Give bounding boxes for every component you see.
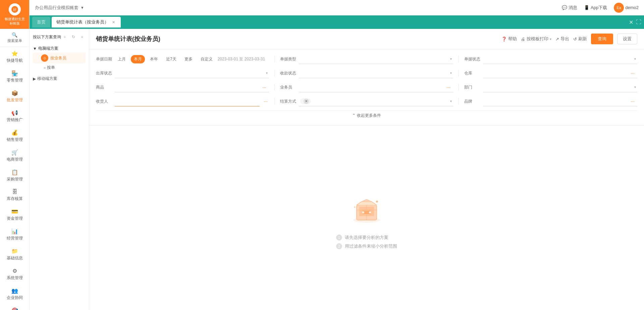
divider-2 [459, 56, 459, 62]
empty-tips: 1 请先选择要分析的方案 2 用过滤条件来缩小分析范围 [336, 235, 397, 249]
refresh-icon: ↺ [573, 37, 577, 42]
filter-settlement: 结算方式 ✕ ▾ [280, 96, 453, 106]
pc-group-title[interactable]: ▼ 电脑端方案 [33, 44, 86, 53]
tab-close-button[interactable]: ✕ [111, 19, 116, 25]
brand-dots[interactable]: ··· [629, 99, 636, 104]
collapse-filters-button[interactable]: ⌃ 收起更多条件 [96, 110, 637, 120]
user-menu[interactable]: Ea demo2 [614, 3, 639, 13]
message-button[interactable]: 💬 消息 [562, 5, 577, 11]
help-button[interactable]: ❓ 帮助 [501, 36, 517, 42]
tip-num-2: 2 [336, 243, 342, 249]
out-status-label: 出库状态 [96, 70, 112, 76]
print-icon: 🖨 [521, 37, 525, 42]
brand-label: 品牌 [464, 99, 480, 104]
date-btn-7days[interactable]: 近7天 [163, 55, 179, 63]
salesman-dots[interactable]: ··· [445, 85, 452, 90]
right-panel: 销货单统计表(按业务员) ❓ 帮助 🖨 按模板打印 ▾ ↗ [89, 29, 644, 310]
sidebar-item-search[interactable]: 🔍 搜索菜单 [0, 29, 29, 47]
page-title: 销货单统计表(按业务员) [96, 35, 160, 43]
sidebar: 好 畅捷通好生意 标账版 🔍 搜索菜单 ⭐ 快捷导航 🏪 零售管理 📦 批发管理… [0, 0, 30, 310]
pc-group-label: 电脑端方案 [38, 46, 58, 51]
tab-maximize-button[interactable]: ⛶ [636, 19, 641, 25]
pc-group-arrow: ▼ [33, 46, 37, 51]
goods-label: 商品 [96, 85, 112, 90]
scheme-item-order[interactable]: ≡ 按单 [33, 63, 86, 72]
warehouse-dots[interactable]: ··· [629, 70, 636, 76]
tab-report[interactable]: 销货单统计表（按业务员） ✕ [52, 17, 121, 28]
sidebar-item-sales[interactable]: 💰 销售管理 [0, 126, 29, 146]
add-scheme-button[interactable]: ＋ [61, 34, 68, 40]
settlement-label: 结算方式 [280, 99, 296, 104]
dept-select[interactable]: ▾ [483, 82, 637, 92]
app-download-button[interactable]: 📱 App下载 [584, 5, 607, 11]
sidebar-item-system[interactable]: ⚙ 系统管理 [0, 264, 29, 284]
pay-status-select[interactable]: ▾ [299, 68, 453, 78]
sidebar-item-wholesale[interactable]: 📦 批发管理 [0, 87, 29, 106]
export-icon: ↗ [555, 37, 559, 42]
doc-type-select[interactable]: ▾ [299, 54, 453, 64]
date-btn-this-month[interactable]: 本月 [131, 55, 145, 63]
filter-pay-status: 收款状态 ▾ [280, 68, 453, 78]
sidebar-item-quicknav[interactable]: ⭐ 快捷导航 [0, 47, 29, 67]
settlement-tag-close[interactable]: ✕ [304, 99, 309, 104]
sidebar-item-marketing[interactable]: 📢 营销推广 [0, 106, 29, 126]
goods-dots[interactable]: ··· [261, 85, 268, 90]
divider-4 [459, 70, 459, 76]
sidebar-item-inventory[interactable]: 🗄 库存核算 [0, 186, 29, 205]
refresh-button[interactable]: ↺ 刷新 [573, 36, 587, 42]
filter-row-3: 商品 ··· 业务员 ··· 部门 [96, 82, 637, 92]
export-button[interactable]: ↗ 导出 [555, 36, 569, 42]
message-icon: 💬 [562, 5, 567, 10]
consignee-dots[interactable]: ··· [262, 99, 269, 104]
out-status-select[interactable]: ▾ [115, 68, 269, 78]
sales-icon: 💰 [11, 130, 18, 136]
doc-status-chevron: ▾ [634, 57, 636, 61]
sidebar-item-finance[interactable]: 💳 资金管理 [0, 205, 29, 225]
svg-text:好: 好 [13, 8, 16, 11]
sidebar-item-newbie[interactable]: 🎯 新手引导 [0, 304, 29, 310]
print-button[interactable]: 🖨 按模板打印 ▾ [521, 36, 551, 42]
settlement-select[interactable]: ✕ ▾ [299, 96, 453, 106]
doc-status-select[interactable]: ▾ [483, 54, 637, 64]
purchase-icon: 📋 [11, 169, 18, 175]
basic-icon: 📁 [11, 248, 18, 254]
filter-out-status: 出库状态 ▾ [96, 68, 269, 78]
main-area: 办公用品行业模拟账套 ▾ 💬 消息 📱 App下载 Ea demo2 首页 [30, 0, 644, 310]
scheme-order-label: 按单 [47, 65, 55, 70]
sidebar-item-retail[interactable]: 🏪 零售管理 [0, 67, 29, 87]
sidebar-item-operation[interactable]: 📊 经营管理 [0, 225, 29, 245]
date-btn-more[interactable]: 更多 [181, 55, 196, 63]
sidebar-item-collab[interactable]: 👥 企业协同 [0, 284, 29, 304]
quicknav-icon: ⭐ [11, 50, 18, 57]
divider-3 [274, 70, 275, 76]
date-btn-custom[interactable]: 自定义 [198, 55, 216, 63]
setting-button[interactable]: 设置 [617, 34, 637, 44]
filter-doc-status: 单据状态 ▾ [464, 54, 637, 64]
tab-home[interactable]: 首页 [32, 17, 50, 28]
order-icon: ≡ [44, 66, 46, 70]
consignee-label: 收货人 [96, 99, 112, 104]
out-status-chevron: ▾ [266, 71, 268, 75]
salesman-label: 业务员 [280, 85, 296, 90]
sidebar-logo: 好 畅捷通好生意 标账版 [0, 0, 30, 29]
tab-close-all-button[interactable]: ✕ [629, 19, 633, 25]
download-icon: 📱 [584, 5, 589, 10]
print-chevron: ▾ [550, 37, 551, 41]
mobile-group-title[interactable]: ▶ 移动端方案 [33, 74, 86, 83]
refresh-scheme-button[interactable]: ↻ [70, 34, 77, 40]
topbar-right: 💬 消息 📱 App下载 Ea demo2 [562, 3, 639, 13]
tabbar: 首页 销货单统计表（按业务员） ✕ ✕ ⛶ [30, 15, 644, 29]
sidebar-item-ecom[interactable]: 🛒 电商管理 [0, 146, 29, 166]
query-button[interactable]: 查询 [591, 34, 613, 44]
consignee-input[interactable] [115, 96, 260, 106]
sidebar-item-basic[interactable]: 📁 基础信息 [0, 245, 29, 264]
sidebar-item-purchase[interactable]: 📋 采购管理 [0, 166, 29, 186]
ecom-icon: 🛒 [11, 149, 18, 156]
filter-goods: 商品 ··· [96, 82, 269, 92]
date-btn-this-year[interactable]: 本年 [147, 55, 161, 63]
collapse-panel-button[interactable]: « [79, 34, 86, 40]
pay-status-label: 收款状态 [280, 70, 296, 76]
empty-state: ✦ ✦ 1 请先选择要分析的方案 2 用过滤条件来缩小分析范围 [89, 125, 644, 310]
scheme-item-salesman[interactable]: ⊙ 按业务员 [33, 53, 86, 63]
date-btn-last-month[interactable]: 上月 [115, 55, 129, 63]
